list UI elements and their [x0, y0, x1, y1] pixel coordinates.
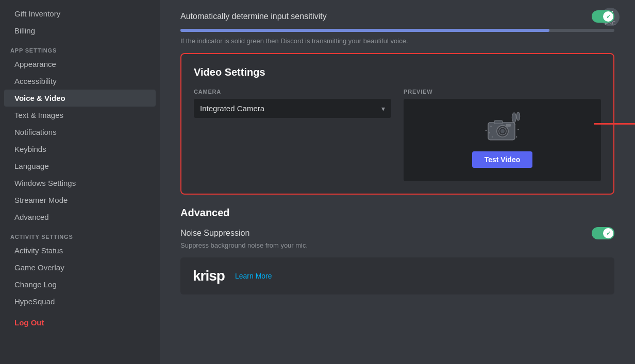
camera-illustration — [482, 112, 523, 143]
noise-suppression-desc: Suppress background noise from your mic. — [180, 241, 614, 249]
camera-select-wrapper: Integrated Camera ▾ — [194, 99, 391, 118]
advanced-section: Advanced Noise Suppression Suppress back… — [160, 207, 635, 294]
svg-point-6 — [512, 113, 516, 123]
sidebar-item-windows-settings[interactable]: Windows Settings — [4, 175, 156, 192]
sidebar-item-label: Appearance — [14, 60, 56, 68]
sidebar-item-activity-status[interactable]: Activity Status — [4, 242, 156, 259]
auto-input-toggle[interactable] — [592, 10, 614, 23]
sidebar-item-gift-inventory[interactable]: Gift Inventory — [4, 5, 156, 22]
sidebar: Gift Inventory Billing App Settings Appe… — [0, 0, 160, 364]
sidebar-item-language[interactable]: Language — [4, 158, 156, 175]
sidebar-item-advanced[interactable]: Advanced — [4, 209, 156, 226]
svg-rect-5 — [506, 124, 511, 127]
video-settings-title: Video Settings — [194, 66, 601, 78]
sidebar-item-label: Windows Settings — [14, 179, 76, 187]
activity-settings-label: Activity Settings — [0, 226, 160, 242]
sidebar-item-accessibility[interactable]: Accessibility — [4, 73, 156, 90]
top-section: Automatically determine input sensitivit… — [160, 0, 635, 23]
svg-point-8 — [490, 126, 491, 127]
auto-input-row: Automatically determine input sensitivit… — [180, 10, 614, 23]
sidebar-item-billing[interactable]: Billing — [4, 22, 156, 39]
noise-suppression-label: Noise Suppression — [180, 229, 249, 238]
test-video-button[interactable]: Test Video — [472, 151, 533, 168]
svg-point-13 — [517, 129, 519, 130]
sidebar-item-streamer-mode[interactable]: Streamer Mode — [4, 192, 156, 209]
krisp-logo-text: krisp — [193, 268, 225, 284]
app-settings-label: App Settings — [0, 39, 160, 56]
svg-point-12 — [514, 124, 515, 125]
toggle-knob — [603, 11, 613, 22]
noise-suppression-row: Noise Suppression — [180, 227, 614, 239]
sidebar-item-hypesquad[interactable]: HypeSquad — [4, 293, 156, 310]
sidebar-item-label: Language — [14, 162, 49, 170]
svg-point-14 — [516, 136, 517, 137]
main-content: ✕ ESC Automatically determine input sens… — [160, 0, 635, 364]
sidebar-item-label: HypeSquad — [14, 297, 55, 306]
krisp-learn-more-link[interactable]: Learn More — [235, 272, 272, 280]
sidebar-item-log-out[interactable]: Log Out — [4, 314, 156, 331]
sidebar-item-notifications[interactable]: Notifications — [4, 124, 156, 141]
sidebar-item-label: Change Log — [14, 280, 57, 289]
preview-box: Test Video — [404, 99, 601, 181]
camera-select[interactable]: Integrated Camera — [194, 99, 391, 118]
preview-label: PREVIEW — [404, 89, 601, 95]
sidebar-item-label: Gift Inventory — [14, 9, 60, 18]
sidebar-item-label: Activity Status — [14, 246, 63, 255]
sidebar-item-label: Log Out — [14, 318, 44, 327]
sidebar-item-label: Voice & Video — [14, 94, 65, 102]
sidebar-item-voice-video[interactable]: Voice & Video — [4, 90, 156, 107]
sidebar-item-appearance[interactable]: Appearance — [4, 56, 156, 73]
krisp-logo: krisp — [193, 268, 225, 284]
sidebar-item-label: Notifications — [14, 128, 57, 136]
svg-point-3 — [500, 129, 505, 133]
hint-text: If the indicator is solid green then Dis… — [180, 37, 614, 45]
sidebar-item-change-log[interactable]: Change Log — [4, 276, 156, 293]
sidebar-item-label: Accessibility — [14, 77, 57, 85]
camera-column: CAMERA Integrated Camera ▾ — [194, 89, 391, 181]
svg-point-9 — [489, 132, 490, 133]
video-settings-box: Video Settings CAMERA Integrated Camera … — [180, 53, 614, 195]
sidebar-item-label: Keybinds — [14, 145, 46, 153]
sidebar-item-label: Billing — [14, 26, 35, 35]
input-sensitivity-slider[interactable] — [180, 29, 614, 32]
sidebar-item-label: Text & Images — [14, 111, 63, 119]
sidebar-item-label: Streamer Mode — [14, 196, 68, 204]
sidebar-item-keybinds[interactable]: Keybinds — [4, 141, 156, 158]
arrow-indicator — [594, 122, 635, 127]
video-settings-row: CAMERA Integrated Camera ▾ PREVIEW — [194, 89, 601, 181]
camera-label: CAMERA — [194, 89, 391, 95]
noise-suppression-toggle[interactable] — [592, 227, 614, 239]
svg-point-7 — [516, 112, 520, 120]
krisp-banner: krisp Learn More — [180, 257, 614, 294]
toggle-knob-noise — [603, 228, 613, 238]
svg-point-10 — [491, 136, 492, 137]
slider-fill — [180, 29, 549, 32]
svg-rect-4 — [494, 120, 503, 124]
auto-input-label: Automatically determine input sensitivit… — [180, 12, 327, 21]
advanced-title: Advanced — [180, 207, 614, 219]
sidebar-item-label: Game Overlay — [14, 263, 64, 272]
sidebar-item-game-overlay[interactable]: Game Overlay — [4, 259, 156, 276]
sidebar-item-text-images[interactable]: Text & Images — [4, 107, 156, 124]
preview-column: PREVIEW — [404, 89, 601, 181]
video-settings-wrapper: Video Settings CAMERA Integrated Camera … — [160, 53, 635, 195]
sidebar-item-label: Advanced — [14, 213, 49, 221]
svg-point-11 — [485, 130, 486, 131]
